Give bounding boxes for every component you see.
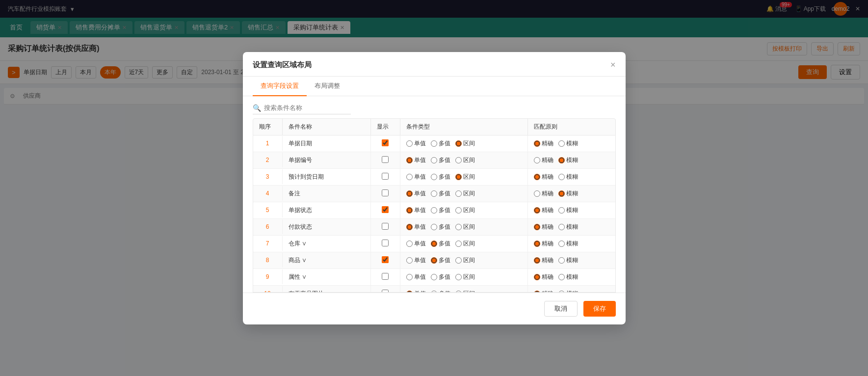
modal-overlay: 设置查询区域布局 × 查询字段设置 布局调整 🔍 顺序 条件名称 显示 条件类型… <box>0 0 868 108</box>
search-icon: 🔍 <box>253 104 261 109</box>
modal-tabs: 查询字段设置 布局调整 <box>243 77 626 96</box>
search-input[interactable] <box>264 104 342 108</box>
modal-header: 设置查询区域布局 × <box>243 52 626 77</box>
modal-close-button[interactable]: × <box>610 60 616 70</box>
modal: 设置查询区域布局 × 查询字段设置 布局调整 🔍 顺序 条件名称 显示 条件类型… <box>243 52 626 109</box>
search-input-wrap: 🔍 <box>253 102 351 109</box>
modal-search: 🔍 <box>243 96 626 109</box>
modal-tab-query-fields[interactable]: 查询字段设置 <box>253 77 307 96</box>
modal-title: 设置查询区域布局 <box>253 60 312 70</box>
modal-tab-layout-adjust[interactable]: 布局调整 <box>307 77 348 96</box>
